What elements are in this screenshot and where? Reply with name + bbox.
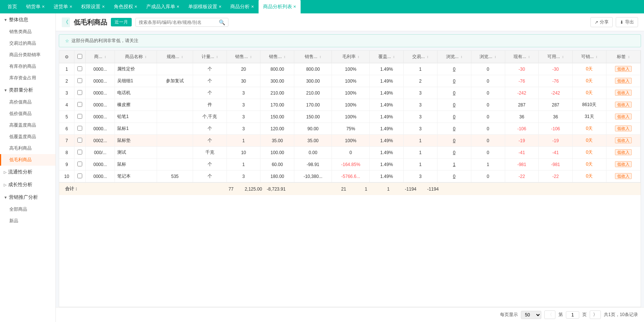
footer-spacer5 [175,186,198,192]
cell-spec: 535 [157,170,193,182]
sidebar-group-growth[interactable]: ▷ 成长性分析 [0,178,55,191]
col-sales-price[interactable]: 销售... ↕ [260,51,294,63]
cell-checkbox[interactable] [74,63,86,75]
col-name[interactable]: 商品名称 ↕ [115,51,157,63]
share-button[interactable]: ↗ 分享 [590,17,613,27]
cell-sellable: 0天 [573,75,606,87]
nav-home[interactable]: 首页 [3,0,22,13]
col-available[interactable]: 可用... ↕ [539,51,573,63]
cell-views1[interactable]: 0 [437,135,471,147]
row-checkbox[interactable] [77,102,82,107]
sidebar-item-stock-capital[interactable]: 库存资金占用 [0,72,55,84]
search-box: 🔍 [135,18,228,27]
next-page-button[interactable]: 〉 [590,310,601,319]
cell-checkbox[interactable] [74,170,86,182]
sidebar-item-high-margin[interactable]: 高毛利商品 [0,143,55,154]
sidebar-item-high-coverage[interactable]: 高覆盖度商品 [0,119,55,131]
cell-views1[interactable]: 0 [437,99,471,111]
cell-available: -41 [539,147,573,159]
cell-checkbox[interactable] [74,99,86,111]
cell-views1[interactable]: 0 [437,147,471,159]
cell-checkbox[interactable] [74,135,86,147]
row-checkbox[interactable] [77,114,82,119]
nav-product-analysis[interactable]: 商品分析 × [226,0,258,13]
cell-views1[interactable]: 0 [437,87,471,99]
sidebar-item-category-rate[interactable]: 商品分类助销率 [0,49,55,61]
sidebar-item-low-value[interactable]: 低价值商品 [0,108,55,119]
row-checkbox[interactable] [77,173,82,178]
col-sales-amount[interactable]: 销售... ↕ [294,51,332,63]
cell-checkbox[interactable] [74,147,86,159]
cell-tag: 低收入 [606,75,640,87]
col-current[interactable]: 现有... ↕ [505,51,539,63]
share-icon: ↗ [595,20,598,25]
sidebar-item-all-products[interactable]: 全部商品 [0,204,55,215]
col-views2[interactable]: 浏览... ↕ [471,51,505,63]
sidebar-group-marketing-label: 营销推广分析 [9,194,38,201]
cell-name: 属性定价 [115,63,157,75]
col-spec[interactable]: 规格... ↕ [157,51,193,63]
sidebar-item-new-products[interactable]: 新品 [0,215,55,227]
filter-period-button[interactable]: 近一月 [111,18,132,26]
sidebar-group-cluster[interactable]: ▼ 类群量分析 [0,84,55,96]
export-icon: ⬇ [620,20,624,25]
sidebar-group-marketing[interactable]: ▼ 营销推广分析 [0,191,55,204]
row-checkbox[interactable] [77,90,82,95]
cell-views1[interactable]: 0 [437,75,471,87]
cell-checkbox[interactable] [74,75,86,87]
col-tag[interactable]: 标签 ↕ [606,51,640,63]
select-all-checkbox[interactable] [77,54,82,59]
col-checkbox[interactable] [74,51,86,63]
sidebar-item-high-value[interactable]: 高价值商品 [0,96,55,108]
col-gross-margin[interactable]: 毛利率 ↕ [332,51,370,63]
row-checkbox[interactable] [77,78,82,83]
row-checkbox[interactable] [77,162,82,166]
sidebar-item-traded-products[interactable]: 交易过的商品 [0,38,55,49]
nav-role-auth[interactable]: 角色授权 × [109,0,142,13]
col-trade[interactable]: 交易... ↕ [404,51,438,63]
cell-checkbox[interactable] [74,159,86,170]
nav-template-settings[interactable]: 单据模板设置 × [184,0,226,13]
cell-gross-margin: -5766.6... [332,170,370,182]
page-number-input[interactable] [566,311,579,319]
cell-checkbox[interactable] [74,87,86,99]
sidebar-group-overall[interactable]: ▼ 整体信息 [0,13,55,26]
nav-sales-order[interactable]: 销货单 × [22,0,49,13]
row-checkbox[interactable] [77,126,82,131]
cell-checkbox[interactable] [74,123,86,135]
search-icon[interactable]: 🔍 [219,19,225,25]
col-views1[interactable]: 浏览... ↕ [437,51,471,63]
col-settings[interactable]: ⚙ [59,51,74,63]
nav-product-entry[interactable]: 产成品入库单 × [142,0,184,13]
sidebar-item-in-stock[interactable]: 有库存的商品 [0,61,55,72]
nav-permission-settings[interactable]: 权限设置 × [77,0,109,13]
nav-product-analysis-list[interactable]: 商品分析列表 × [259,0,301,13]
export-button[interactable]: ⬇ 导出 [616,17,638,27]
cell-name: 铅笔1 [115,111,157,123]
col-coverage[interactable]: 覆盖... ↕ [370,51,404,63]
sidebar-collapse-button[interactable]: 《 [62,17,70,27]
sidebar-item-sales-products[interactable]: 销售类商品 [0,26,55,38]
row-checkbox[interactable] [77,138,82,143]
prev-page-button[interactable]: 〈 [544,310,555,319]
cell-checkbox[interactable] [74,111,86,123]
cell-views1[interactable]: 0 [437,63,471,75]
sidebar-item-low-margin[interactable]: 低毛利商品 [0,154,55,166]
table-row: 7 0002... 鼠标垫 个 1 35.00 35.00 100% 1.49%… [59,135,641,147]
sidebar-item-low-coverage[interactable]: 低覆盖度商品 [0,131,55,143]
page-size-select[interactable]: 50 100 200 [521,311,541,319]
cell-sales-amount: -98.91 [294,159,332,170]
sidebar-group-flow[interactable]: ▷ 流通性分析 [0,166,55,178]
row-checkbox[interactable] [77,150,82,154]
col-sales-qty[interactable]: 销售... ↕ [227,51,260,63]
col-unit[interactable]: 计量... ↕ [193,51,227,63]
col-sellable[interactable]: 可销... ↕ [573,51,606,63]
cell-views1[interactable]: 1 [437,159,471,170]
cell-views1[interactable]: 0 [437,170,471,182]
row-checkbox[interactable] [77,66,82,71]
nav-purchase-order[interactable]: 进货单 × [49,0,77,13]
col-code[interactable]: 商... ↕ [86,51,115,63]
cell-views1[interactable]: 0 [437,111,471,123]
cell-views1[interactable]: 0 [437,123,471,135]
search-input[interactable] [139,20,219,25]
